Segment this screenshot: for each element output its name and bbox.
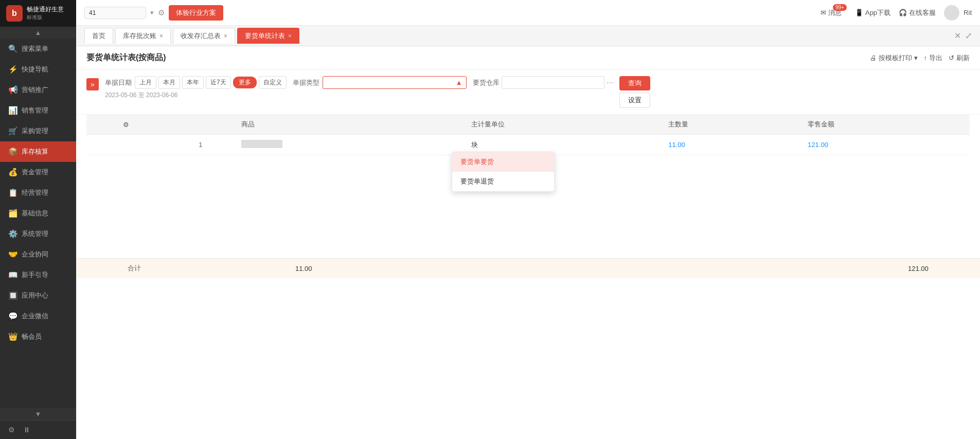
sidebar-bottom: ⚙ ⏸ <box>0 420 76 439</box>
user-name: Rit <box>964 9 972 16</box>
sidebar-scroll-up[interactable]: ▲ <box>0 27 76 39</box>
sidebar-item-system[interactable]: ⚙️ 系统管理 <box>0 224 76 244</box>
sidebar-item-cooperation[interactable]: 🤝 企业协同 <box>0 244 76 265</box>
messages-item[interactable]: ✉ 消息 99+ <box>821 8 842 17</box>
app-download-item[interactable]: 📱 App下载 <box>855 8 890 17</box>
download-icon: 📱 <box>855 9 863 16</box>
app-logo: b 畅捷通好生意 标准版 <box>0 0 76 27</box>
settings-icon[interactable]: ⚙ <box>8 426 15 434</box>
sidebar-item-guide[interactable]: 📖 新手引导 <box>0 265 76 285</box>
user-avatar-item[interactable]: Rit <box>944 5 972 21</box>
sidebar-label-purchase: 采购管理 <box>22 126 48 136</box>
sidebar-item-inventory[interactable]: 📦 库存核算 <box>0 141 76 162</box>
sidebar-item-wechat[interactable]: 💬 企业微信 <box>0 306 76 326</box>
page: 要货单统计表(按商品) 🖨 按模板打印 ▾ ↑ 导出 ↺ 刷新 <box>76 46 980 439</box>
filter-warehouse-group: 要货仓库 ··· <box>473 76 613 89</box>
topbar-left: ▾ ⚙ 体验行业方案 <box>84 5 814 21</box>
breadcrumb-search-input[interactable] <box>84 7 146 19</box>
sidebar-item-purchase[interactable]: 🛒 采购管理 <box>0 121 76 141</box>
table-container: ⚙ 商品 主计量单位 主数量 零售金额 1 <box>76 115 980 155</box>
col-num <box>166 115 235 135</box>
messages-badge: 99+ <box>833 4 847 11</box>
online-service-item[interactable]: 🎧 在线客服 <box>899 8 936 17</box>
trial-btn[interactable]: 体验行业方案 <box>169 5 223 21</box>
dropdown-item-requisition-return[interactable]: 要货单退货 <box>452 172 554 191</box>
menu-toggle-icon[interactable]: ⏸ <box>23 426 30 434</box>
export-btn[interactable]: ↑ 导出 <box>924 53 943 63</box>
query-btn[interactable]: 查询 <box>619 76 650 90</box>
print-icon: 🖨 <box>870 54 877 62</box>
sidebar-label-basic: 基础信息 <box>22 209 48 218</box>
sidebar-nav: 🔍 搜索菜单 ⚡ 快捷导航 📢 营销推广 📊 销售管理 🛒 采购管理 📦 库存核… <box>0 39 76 408</box>
sidebar-item-operation[interactable]: 📋 经营管理 <box>0 182 76 203</box>
tab-batch[interactable]: 库存批次账 × <box>115 28 171 44</box>
tab-recv[interactable]: 收发存汇总表 × <box>173 28 235 44</box>
date-btn-custom[interactable]: 自定义 <box>259 76 287 89</box>
tab-batch-close[interactable]: × <box>159 32 163 40</box>
row-amount-cell[interactable]: 121.00 <box>801 135 970 155</box>
sidebar-item-basic[interactable]: 🗂️ 基础信息 <box>0 203 76 224</box>
sidebar-item-member[interactable]: 👑 畅会员 <box>0 326 76 347</box>
tab-bar: 首页 库存批次账 × 收发存汇总表 × 要货单统计表 × ✕ ⤢ <box>76 26 980 46</box>
finance-icon: 💰 <box>8 168 17 177</box>
sidebar-label-wechat: 企业微信 <box>22 312 48 321</box>
col-settings-icon[interactable]: ⚙ <box>123 121 129 129</box>
print-btn[interactable]: 🖨 按模板打印 ▾ <box>870 53 918 63</box>
filter-type-arrow-icon[interactable]: ▲ <box>456 79 462 86</box>
sidebar-item-sales[interactable]: 📊 销售管理 <box>0 100 76 121</box>
tab-requisition[interactable]: 要货单统计表 × <box>237 28 299 44</box>
footer-amount: 121.00 <box>908 265 970 272</box>
col-product: 商品 <box>235 115 465 135</box>
refresh-btn[interactable]: ↺ 刷新 <box>949 53 970 63</box>
system-icon: ⚙️ <box>8 229 17 239</box>
col-settings[interactable]: ⚙ <box>86 115 166 135</box>
filter-warehouse-input[interactable] <box>502 76 604 89</box>
filter-expand-btn[interactable]: » <box>86 78 99 90</box>
filter-type-input[interactable] <box>323 76 467 89</box>
avatar <box>944 5 959 21</box>
sidebar: b 畅捷通好生意 标准版 ▲ 🔍 搜索菜单 ⚡ 快捷导航 📢 营销推广 📊 销售… <box>0 0 76 439</box>
print-arrow-icon: ▾ <box>914 54 918 62</box>
sidebar-label-search: 搜索菜单 <box>22 44 48 53</box>
tab-recv-close[interactable]: × <box>224 32 227 40</box>
row-quantity-cell[interactable]: 11.00 <box>662 135 801 155</box>
date-btn-7days[interactable]: 近7天 <box>206 76 231 89</box>
filter-more-icon[interactable]: ··· <box>607 78 613 87</box>
marketing-icon: 📢 <box>8 85 17 95</box>
date-range-text: 2023-05-06 至 2023-06-06 <box>105 91 287 100</box>
sidebar-item-apps[interactable]: 🔲 应用中心 <box>0 285 76 306</box>
wechat-icon: 💬 <box>8 312 17 321</box>
sidebar-label-apps: 应用中心 <box>22 291 48 300</box>
sidebar-item-search[interactable]: 🔍 搜索菜单 <box>0 39 76 59</box>
sidebar-scroll-down[interactable]: ▼ <box>0 408 76 420</box>
sales-icon: 📊 <box>8 106 17 115</box>
date-btn-more[interactable]: 更多 <box>233 77 257 88</box>
tab-home-label: 首页 <box>92 31 105 41</box>
basic-icon: 🗂️ <box>8 209 17 218</box>
logo-icon: b <box>6 5 23 22</box>
col-quantity: 主数量 <box>662 115 801 135</box>
tab-requisition-close[interactable]: × <box>288 32 292 40</box>
date-btn-this-month[interactable]: 本月 <box>158 76 180 89</box>
data-table: ⚙ 商品 主计量单位 主数量 零售金额 1 <box>86 115 970 155</box>
tab-close-all-icon[interactable]: ✕ <box>954 31 961 41</box>
sidebar-item-finance[interactable]: 💰 资金管理 <box>0 162 76 182</box>
tab-requisition-label: 要货单统计表 <box>245 31 285 41</box>
settings-topbar-icon[interactable]: ⚙ <box>158 8 165 17</box>
filter-type-wrapper: ▲ <box>323 76 467 89</box>
tab-home[interactable]: 首页 <box>84 28 113 44</box>
dropdown-arrow-icon[interactable]: ▾ <box>150 9 154 16</box>
filter-settings-btn[interactable]: 设置 <box>619 93 650 108</box>
date-btn-this-year[interactable]: 本年 <box>182 76 204 89</box>
tab-expand-icon[interactable]: ⤢ <box>965 31 972 41</box>
service-icon: 🎧 <box>899 9 907 16</box>
sidebar-item-quick[interactable]: ⚡ 快捷导航 <box>0 59 76 80</box>
topbar: ▾ ⚙ 体验行业方案 ✉ 消息 99+ 📱 App下载 🎧 在线客服 Rit <box>76 0 980 26</box>
sidebar-item-marketing[interactable]: 📢 营销推广 <box>0 80 76 100</box>
date-btn-prev-month[interactable]: 上月 <box>135 76 156 89</box>
message-icon: ✉ <box>821 9 826 16</box>
refresh-icon: ↺ <box>949 54 954 62</box>
page-header-actions: 🖨 按模板打印 ▾ ↑ 导出 ↺ 刷新 <box>870 53 970 63</box>
dropdown-item-requisition-order[interactable]: 要货单要货 <box>452 152 554 172</box>
type-dropdown: 要货单要货 要货单退货 <box>452 152 555 192</box>
